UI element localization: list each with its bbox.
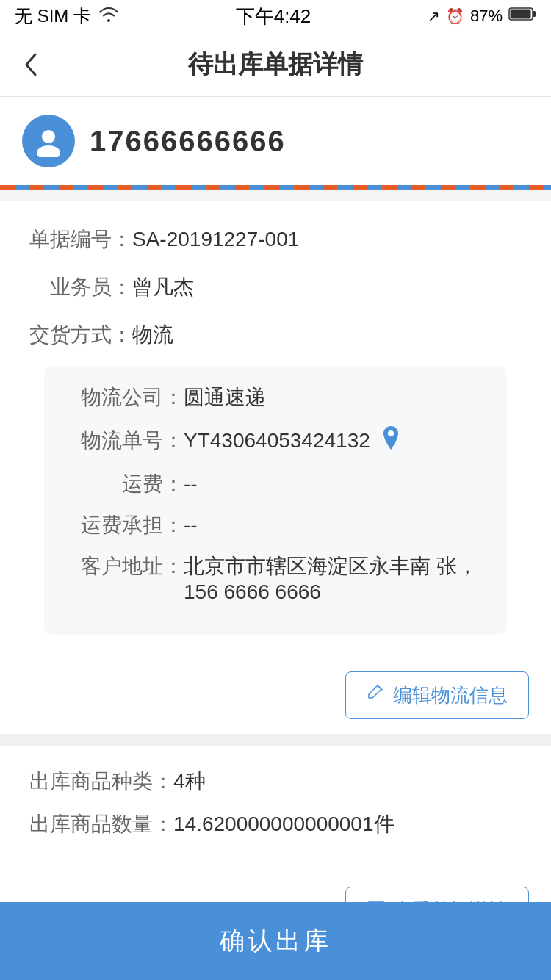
edit-logistics-button[interactable]: 编辑物流信息 xyxy=(345,671,529,719)
alarm-icon: ⏰ xyxy=(446,7,464,25)
address-label: 客户地址： xyxy=(66,552,184,580)
user-section: 17666666666 xyxy=(0,97,551,185)
logistics-company-label: 物流公司： xyxy=(66,383,184,411)
status-right: ↗ ⏰ 87% xyxy=(428,7,536,26)
tracking-no-value: YT43064053424132 xyxy=(184,425,485,457)
edit-btn-container: 编辑物流信息 xyxy=(0,657,551,734)
document-info-section: 单据编号： SA-20191227-001 业务员： 曾凡杰 交货方式： 物流 … xyxy=(0,201,551,657)
address-row: 客户地址： 北京市市辖区海淀区永丰南 张，156 6666 6666 xyxy=(66,552,485,604)
product-type-label: 出库商品种类： xyxy=(29,768,173,796)
svg-rect-1 xyxy=(533,11,536,17)
user-phone: 17666666666 xyxy=(90,125,286,158)
freight-bear-label: 运费承担： xyxy=(66,511,184,539)
product-quantity-label: 出库商品数量： xyxy=(29,810,173,838)
confirm-btn-wrapper: 确认出库 xyxy=(0,902,551,980)
delivery-method-row: 交货方式： 物流 xyxy=(29,319,522,352)
edit-icon xyxy=(367,683,386,707)
location-icon: ↗ xyxy=(428,7,440,25)
edit-logistics-label: 编辑物流信息 xyxy=(393,682,508,708)
avatar xyxy=(22,115,75,167)
battery-icon xyxy=(508,7,536,26)
status-bar: 无 SIM 卡 下午4:42 ↗ ⏰ 87% xyxy=(0,0,551,32)
wifi-icon xyxy=(98,6,119,26)
product-quantity-row: 出库商品数量： 14.620000000000001件 xyxy=(29,810,522,838)
logistics-company-row: 物流公司： 圆通速递 xyxy=(66,383,485,411)
logistics-company-value: 圆通速递 xyxy=(184,383,485,411)
freight-label: 运费： xyxy=(66,470,184,498)
freight-bear-value: -- xyxy=(184,514,485,537)
svg-point-4 xyxy=(37,145,60,157)
freight-row: 运费： -- xyxy=(66,470,485,498)
svg-point-3 xyxy=(42,130,55,143)
status-left: 无 SIM 卡 xyxy=(15,4,119,28)
address-value: 北京市市辖区海淀区永丰南 张，156 6666 6666 xyxy=(184,552,485,604)
delivery-method-value: 物流 xyxy=(132,319,522,352)
product-quantity-value: 14.620000000000001件 xyxy=(173,810,522,838)
tracking-no-row: 物流单号： YT43064053424132 xyxy=(66,425,485,457)
product-type-value: 4种 xyxy=(173,768,522,796)
svg-rect-2 xyxy=(510,10,530,19)
product-section: 出库商品种类： 4种 出库商品数量： 14.620000000000001件 xyxy=(0,746,551,875)
time-display: 下午4:42 xyxy=(236,4,311,29)
delivery-method-label: 交货方式： xyxy=(29,319,132,352)
carrier-label: 无 SIM 卡 xyxy=(15,4,91,28)
page-title: 待出库单据详情 xyxy=(188,48,363,82)
freight-value: -- xyxy=(184,472,485,496)
freight-bear-row: 运费承担： -- xyxy=(66,511,485,539)
nav-bar: 待出库单据详情 xyxy=(0,32,551,97)
section-divider xyxy=(0,734,551,746)
salesperson-value: 曾凡杰 xyxy=(132,271,522,304)
salesperson-row: 业务员： 曾凡杰 xyxy=(29,271,522,304)
location-pin-icon[interactable] xyxy=(379,425,403,457)
svg-point-5 xyxy=(388,430,394,436)
document-no-row: 单据编号： SA-20191227-001 xyxy=(29,223,522,256)
confirm-button[interactable]: 确认出库 xyxy=(0,924,551,958)
logistics-card: 物流公司： 圆通速递 物流单号： YT43064053424132 运费： xyxy=(44,366,507,635)
tracking-no-label: 物流单号： xyxy=(66,427,184,455)
salesperson-label: 业务员： xyxy=(29,271,132,304)
document-no-value: SA-20191227-001 xyxy=(132,223,522,256)
document-no-label: 单据编号： xyxy=(29,223,132,256)
battery-label: 87% xyxy=(470,7,503,26)
back-button[interactable] xyxy=(22,50,40,79)
product-type-row: 出库商品种类： 4种 xyxy=(29,768,522,796)
dashed-separator xyxy=(0,185,551,190)
